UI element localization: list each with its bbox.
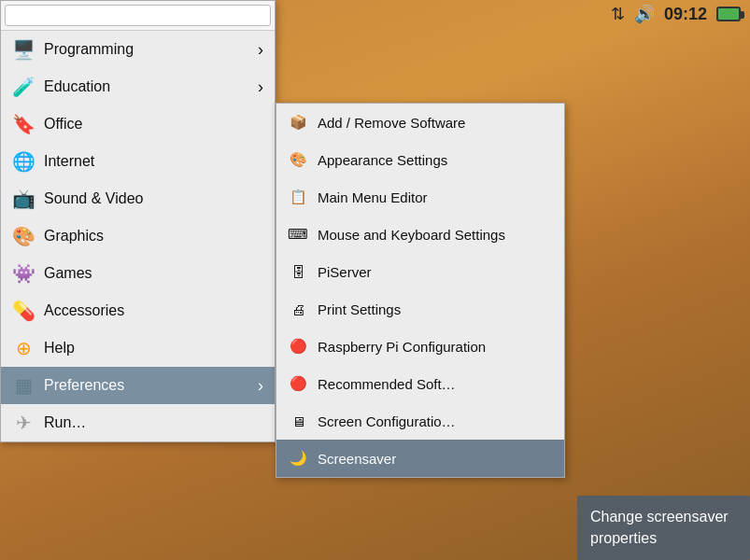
network-icon: ⇅ (611, 4, 625, 24)
menu-item-label-accessories: Accessories (44, 302, 124, 319)
menu-item-office[interactable]: 🔖Office (1, 105, 275, 143)
submenu-item-appearance[interactable]: 🎨Appearance Settings (276, 141, 564, 178)
recommended-soft-submenu-icon: 🔴 (288, 373, 308, 394)
print-settings-submenu-icon: 🖨 (288, 299, 308, 319)
menu-item-education[interactable]: 🧪Education (1, 68, 275, 105)
submenu-item-label-mouse-keyboard: Mouse and Keyboard Settings (318, 227, 505, 243)
menu-item-programming[interactable]: 🖥️Programming (1, 31, 275, 68)
programming-icon: 🖥️ (12, 38, 35, 61)
submenu-item-screen-config[interactable]: 🖥Screen Configuratio… (276, 402, 564, 440)
menu-item-label-preferences: Preferences (44, 377, 124, 394)
submenu-item-label-screensaver: Screensaver (318, 451, 396, 467)
submenu-item-label-main-menu-editor: Main Menu Editor (318, 189, 428, 205)
volume-icon: 🔊 (634, 4, 655, 24)
submenu-item-screensaver[interactable]: 🌙Screensaver (276, 440, 564, 477)
preferences-icon: ▦ (12, 374, 35, 397)
help-icon: ⊕ (12, 337, 35, 359)
preferences-submenu: 📦Add / Remove Software🎨Appearance Settin… (276, 103, 565, 478)
menu-item-label-sound-video: Sound & Video (44, 190, 143, 207)
screensaver-tooltip: Change screensaver properties (577, 496, 750, 560)
games-icon: 👾 (12, 262, 35, 285)
menu-item-accessories[interactable]: 💊Accessories (1, 292, 275, 329)
rpi-config-submenu-icon: 🔴 (288, 336, 308, 357)
menu-item-internet[interactable]: 🌐Internet (1, 143, 275, 180)
menu-item-label-internet: Internet (44, 153, 94, 170)
battery-icon (716, 7, 741, 21)
submenu-item-label-appearance: Appearance Settings (318, 152, 447, 168)
submenu-item-mouse-keyboard[interactable]: ⌨Mouse and Keyboard Settings (276, 216, 564, 253)
menu-item-label-graphics: Graphics (44, 228, 104, 245)
menu-item-sound-video[interactable]: 📺Sound & Video (1, 180, 275, 217)
submenu-item-piserver[interactable]: 🗄PiServer (276, 253, 564, 290)
submenu-item-label-rpi-config: Raspberry Pi Configuration (318, 339, 486, 355)
education-icon: 🧪 (12, 76, 35, 98)
submenu-item-main-menu-editor[interactable]: 📋Main Menu Editor (276, 178, 564, 216)
submenu-item-label-screen-config: Screen Configuratio… (318, 413, 456, 429)
main-menu-editor-submenu-icon: 📋 (288, 187, 308, 207)
menu-item-label-run: Run… (44, 414, 86, 431)
mouse-keyboard-submenu-icon: ⌨ (288, 224, 308, 245)
tooltip-text: Change screensaver properties (590, 509, 729, 545)
menu-item-help[interactable]: ⊕Help (1, 329, 275, 367)
sound-video-icon: 📺 (12, 188, 35, 210)
accessories-icon: 💊 (12, 300, 35, 322)
screensaver-submenu-icon: 🌙 (288, 448, 308, 469)
submenu-item-label-print-settings: Print Settings (318, 301, 401, 317)
graphics-icon: 🎨 (12, 225, 35, 247)
internet-icon: 🌐 (12, 150, 35, 173)
menu-item-run[interactable]: ✈Run… (1, 404, 275, 441)
menu-item-label-office: Office (44, 116, 83, 133)
menu-item-label-programming: Programming (44, 41, 134, 58)
appearance-submenu-icon: 🎨 (288, 149, 308, 170)
menu-item-label-games: Games (44, 265, 92, 282)
menu-item-label-help: Help (44, 340, 75, 357)
clock: 09:12 (664, 5, 707, 24)
submenu-item-add-remove[interactable]: 📦Add / Remove Software (276, 104, 564, 141)
run-icon: ✈ (12, 412, 35, 434)
submenu-item-rpi-config[interactable]: 🔴Raspberry Pi Configuration (276, 328, 564, 365)
piserver-submenu-icon: 🗄 (288, 261, 308, 282)
taskbar: ⇅ 🔊 09:12 (601, 0, 750, 28)
main-menu: 🖥️Programming🧪Education🔖Office🌐Internet📺… (0, 0, 276, 442)
add-remove-submenu-icon: 📦 (288, 112, 308, 133)
menu-search-bar[interactable] (1, 1, 275, 31)
submenu-item-label-add-remove: Add / Remove Software (318, 115, 465, 131)
office-icon: 🔖 (12, 113, 35, 135)
submenu-item-label-piserver: PiServer (318, 264, 372, 280)
screen-config-submenu-icon: 🖥 (288, 411, 308, 431)
menu-item-preferences[interactable]: ▦Preferences (1, 367, 275, 404)
submenu-item-print-settings[interactable]: 🖨Print Settings (276, 290, 564, 328)
submenu-item-label-recommended-soft: Recommended Soft… (318, 376, 456, 392)
menu-item-label-education: Education (44, 78, 110, 95)
menu-item-games[interactable]: 👾Games (1, 255, 275, 292)
menu-item-graphics[interactable]: 🎨Graphics (1, 217, 275, 255)
submenu-item-recommended-soft[interactable]: 🔴Recommended Soft… (276, 365, 564, 402)
search-input[interactable] (5, 5, 271, 26)
